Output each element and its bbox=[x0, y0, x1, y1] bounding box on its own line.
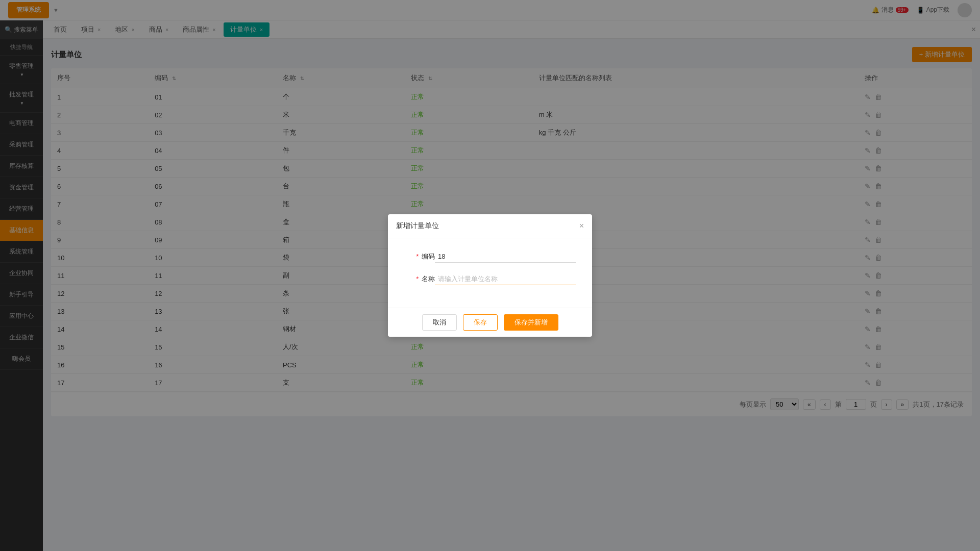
modal-body: * 编码 * 名称 bbox=[388, 238, 592, 308]
code-input[interactable] bbox=[435, 251, 576, 263]
cancel-button[interactable]: 取消 bbox=[422, 314, 457, 331]
modal-overlay[interactable]: 新增计量单位 × * 编码 * 名称 取消 保存 保存并新增 bbox=[0, 0, 980, 551]
code-label: * 编码 bbox=[404, 252, 435, 261]
modal-close-button[interactable]: × bbox=[579, 221, 584, 231]
modal-header: 新增计量单位 × bbox=[388, 214, 592, 238]
name-label: * 名称 bbox=[404, 274, 435, 284]
save-button[interactable]: 保存 bbox=[463, 314, 498, 331]
modal-title: 新增计量单位 bbox=[396, 221, 439, 231]
name-form-row: * 名称 bbox=[404, 273, 576, 285]
save-new-button[interactable]: 保存并新增 bbox=[504, 314, 558, 331]
add-unit-modal: 新增计量单位 × * 编码 * 名称 取消 保存 保存并新增 bbox=[388, 214, 592, 337]
code-form-row: * 编码 bbox=[404, 251, 576, 263]
modal-footer: 取消 保存 保存并新增 bbox=[388, 308, 592, 337]
name-input[interactable] bbox=[435, 273, 576, 285]
